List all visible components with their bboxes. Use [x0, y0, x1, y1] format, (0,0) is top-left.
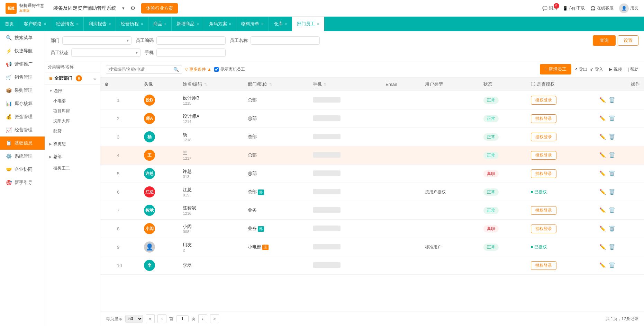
sidebar-item-enterprise[interactable]: 🤝 企业协同: [0, 163, 45, 176]
edit-icon[interactable]: ✏️: [599, 207, 606, 213]
edit-icon[interactable]: ✏️: [599, 244, 606, 250]
sidebar-item-sales[interactable]: 🛒 销售管理: [0, 71, 45, 84]
delete-icon[interactable]: 🗑️: [609, 134, 615, 140]
delete-icon[interactable]: 🗑️: [609, 97, 615, 103]
online-service-item[interactable]: 🎧 在线客服: [590, 5, 614, 11]
dept-item-shenyang[interactable]: 沈阳大库: [45, 116, 100, 126]
sidebar-item-inventory[interactable]: 📊 库存核算: [0, 97, 45, 110]
show-resigned-checkbox[interactable]: [214, 67, 219, 72]
emp-name-input[interactable]: [251, 36, 320, 45]
dept-item-peihuo[interactable]: 配货: [45, 126, 100, 136]
prev-page-btn[interactable]: ‹: [157, 314, 166, 323]
sidebar-item-finance[interactable]: 💰 资金管理: [0, 110, 45, 123]
tab-operations[interactable]: 经营情况 ×: [51, 17, 83, 31]
last-page-btn[interactable]: »: [210, 314, 219, 323]
edit-icon[interactable]: ✏️: [599, 97, 606, 103]
search-icon[interactable]: 🔍: [173, 67, 179, 72]
sort-icon[interactable]: ⇅: [269, 82, 272, 86]
sidebar-item-operations[interactable]: 📈 经营管理: [0, 123, 45, 136]
phone-input[interactable]: [156, 49, 226, 57]
auth-login-button[interactable]: 授权登录: [531, 133, 556, 141]
emp-code-input[interactable]: [156, 36, 226, 45]
dept-item-xiangmukufang[interactable]: 项目库房: [45, 106, 100, 116]
tab-customer[interactable]: 客户联络 ×: [19, 17, 51, 31]
close-icon[interactable]: ×: [141, 22, 143, 26]
settings-icon[interactable]: ⚙: [127, 3, 138, 14]
close-icon[interactable]: ×: [261, 22, 263, 26]
dept-select[interactable]: [62, 36, 131, 45]
tab-barcode[interactable]: 条码方案 ×: [204, 17, 236, 31]
close-icon[interactable]: ×: [229, 22, 231, 26]
emp-status-select[interactable]: [71, 49, 140, 57]
export-button[interactable]: ↗ 导出: [574, 67, 587, 72]
dept-group-zongbu2-title[interactable]: ▶ 总部: [45, 152, 100, 162]
show-resigned-checkbox-area[interactable]: 显示离职员工: [214, 67, 245, 72]
user-item[interactable]: 👤 用友: [619, 3, 638, 13]
sidebar-item-purchase[interactable]: 📦 采购管理: [0, 84, 45, 97]
close-icon[interactable]: ×: [76, 22, 78, 26]
dept-search-input[interactable]: [48, 64, 100, 69]
delete-icon[interactable]: 🗑️: [609, 226, 615, 232]
sidebar-item-quick[interactable]: ⚡ 快捷导航: [0, 44, 45, 58]
auth-login-button[interactable]: 授权登录: [531, 261, 556, 270]
page-number-input[interactable]: [176, 315, 189, 322]
delete-icon[interactable]: 🗑️: [609, 170, 615, 177]
delete-icon[interactable]: 🗑️: [609, 207, 615, 213]
edit-icon[interactable]: ✏️: [599, 134, 606, 140]
tab-history[interactable]: 经营历程 ×: [116, 17, 148, 31]
delete-icon[interactable]: 🗑️: [609, 152, 615, 158]
set-button[interactable]: 设置: [618, 35, 638, 46]
query-button[interactable]: 查询: [593, 35, 616, 46]
edit-icon[interactable]: ✏️: [599, 189, 606, 195]
tab-goods[interactable]: 商品 ×: [148, 17, 172, 31]
sidebar-item-marketing[interactable]: 📢 营销推广: [0, 58, 45, 71]
auth-login-button[interactable]: 授权登录: [531, 206, 556, 215]
auth-login-button[interactable]: 授权登录: [531, 114, 556, 123]
tab-warehouse[interactable]: 仓库 ×: [269, 17, 292, 31]
tab-employees[interactable]: 部门员工 ×: [292, 17, 324, 31]
settings-col-header[interactable]: ⚙: [100, 78, 113, 91]
delete-icon[interactable]: 🗑️: [609, 262, 615, 268]
sys-dropdown-icon[interactable]: ▾: [119, 4, 127, 12]
auth-login-button[interactable]: 授权登录: [531, 151, 556, 160]
search-input[interactable]: [109, 67, 171, 72]
delete-icon[interactable]: 🗑️: [609, 189, 615, 195]
page-size-select[interactable]: 50 100 200: [125, 315, 143, 323]
auth-login-button[interactable]: 授权登录: [531, 169, 556, 178]
next-page-btn[interactable]: ›: [198, 314, 207, 323]
auth-login-button[interactable]: 授权登录: [531, 224, 556, 233]
sidebar-item-basic[interactable]: 📋 基础信息: [0, 136, 45, 150]
sidebar-item-search[interactable]: 🔍 搜索菜单: [0, 31, 45, 44]
edit-icon[interactable]: ✏️: [599, 226, 606, 232]
tab-profit[interactable]: 利润报告 ×: [84, 17, 116, 31]
sidebar-item-guide[interactable]: 🎯 新手引导: [0, 176, 45, 189]
more-filter-button[interactable]: ▽ 更多条件 ▲: [185, 67, 211, 72]
trial-button[interactable]: 体验行业方案: [141, 3, 178, 14]
close-icon[interactable]: ×: [197, 22, 199, 26]
delete-icon[interactable]: 🗑️: [609, 115, 615, 122]
tab-bom[interactable]: 物料清单 ×: [236, 17, 269, 31]
first-page-btn[interactable]: «: [146, 314, 155, 323]
close-icon[interactable]: ×: [109, 22, 111, 26]
tab-add-goods[interactable]: 新增商品 ×: [172, 17, 204, 31]
close-icon[interactable]: ×: [44, 22, 46, 26]
edit-icon[interactable]: ✏️: [599, 115, 606, 122]
tab-home[interactable]: 首页: [0, 17, 19, 31]
app-download-item[interactable]: 📱 App下载: [563, 5, 585, 11]
close-icon[interactable]: ×: [164, 22, 166, 26]
dept-group-shuanghu-title[interactable]: ▶ 双虎想: [45, 139, 100, 149]
import-button[interactable]: ↙ 导入: [590, 67, 603, 72]
add-employee-button[interactable]: + 新增员工: [540, 64, 571, 74]
video-button[interactable]: ▶ 视频: [609, 67, 622, 72]
edit-icon[interactable]: ✏️: [599, 262, 606, 268]
dept-item-zhishu[interactable]: 植树王二: [45, 163, 100, 173]
collapse-panel-btn[interactable]: «: [93, 76, 96, 81]
auth-login-button[interactable]: 授权登录: [531, 96, 556, 105]
dept-group-title[interactable]: ▼ 总部: [45, 86, 100, 96]
sort-icon[interactable]: ⇅: [204, 82, 207, 86]
close-icon[interactable]: ×: [285, 22, 287, 26]
message-icon-item[interactable]: 💬 消息 5: [542, 5, 557, 11]
sidebar-item-system[interactable]: ⚙️ 系统管理: [0, 150, 45, 163]
dept-item-xiaodibu[interactable]: 小电部: [45, 96, 100, 106]
help-button[interactable]: | 帮助: [628, 67, 638, 72]
